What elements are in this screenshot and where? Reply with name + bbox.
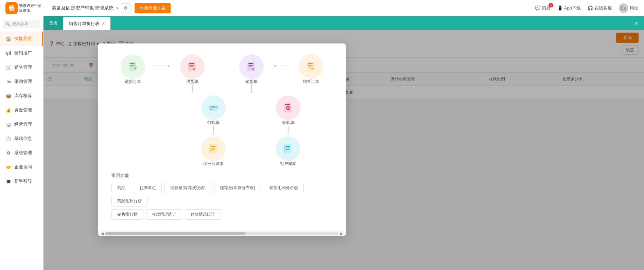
purchase-bill-label: 进货单 [186, 79, 198, 85]
flow-node-sales-order[interactable]: 销售订单 [289, 54, 332, 85]
guide-icon: 🎓 [5, 178, 12, 184]
svg-rect-27 [210, 144, 217, 154]
flow-node-supplier-ledger[interactable]: 供应商账本 [186, 137, 241, 167]
func-btn-product-profit[interactable]: 商品毛利分析 [111, 196, 147, 206]
sidebar-item-cooperation[interactable]: 🤝 企业协同 [0, 160, 43, 174]
sidebar-item-operation[interactable]: 📊 经营管理 [0, 117, 43, 131]
marketing-icon: 📢 [5, 50, 12, 56]
func-btn-partner[interactable]: 往来单位 [134, 183, 162, 193]
modal-overlay: 进货订单 进货单 [43, 30, 644, 270]
sidebar-item-label: 营销推广 [14, 50, 32, 56]
sidebar-item-purchase[interactable]: 🛍 采购管理 [0, 74, 43, 89]
operation-icon: 📊 [5, 121, 12, 127]
sidebar-search-area[interactable]: 🔍 搜索菜单 [0, 16, 43, 32]
sidebar-item-label: 经营管理 [14, 121, 32, 127]
flow-node-receipt[interactable]: ¥ 收款单 [261, 95, 315, 126]
func-btn-stock-status[interactable]: 现存量(库存状况表) [164, 183, 211, 193]
purchase-order-label: 进货订单 [125, 79, 141, 85]
sales-order-label: 销售订单 [303, 79, 319, 85]
sidebar-item-system[interactable]: ⚙ 系统管理 [0, 146, 43, 160]
tab-close-icon[interactable]: ✕ [102, 21, 105, 26]
flow-connectors-row [111, 85, 332, 94]
sidebar-item-basic-info[interactable]: 📋 基础信息 [0, 131, 43, 146]
online-service-button[interactable]: 🎧 在线客服 [588, 5, 612, 11]
arrow-down-sales [230, 85, 273, 94]
flow-row-2: ¥ 付款单 ¥ [111, 95, 332, 126]
tab-home[interactable]: 首页 [43, 16, 63, 30]
payment-label: 付款单 [207, 120, 220, 126]
svg-rect-32 [285, 144, 292, 154]
sales-bill-icon [239, 54, 264, 79]
logo-icon: 畅 [5, 2, 18, 14]
func-btn-stock-dist[interactable]: 现存量(库存分布表) [214, 183, 261, 193]
user-menu-button[interactable]: Ea 用友 [619, 3, 639, 13]
flow-node-customer-ledger[interactable]: 客户账本 [261, 137, 315, 167]
common-functions-section: 常用功能 商品 往来单位 现存量(库存状况表) 现存量(库存分布表) 销售毛利分… [111, 167, 332, 220]
svg-rect-31 [211, 149, 214, 150]
supplier-ledger-icon [201, 137, 226, 161]
sidebar-item-quick-nav[interactable]: 🏠 快捷导航 [0, 32, 43, 46]
experience-button[interactable]: 体验行业方案 [135, 3, 171, 13]
message-icon: 💬 [535, 5, 540, 11]
finance-icon: 💰 [5, 107, 12, 113]
close-content-icon[interactable]: ✕ [634, 20, 639, 26]
purchase-order-icon [121, 54, 145, 79]
svg-rect-17 [308, 67, 311, 67]
scroll-right-icon[interactable]: ▶ [339, 231, 345, 236]
flow-node-sales-bill[interactable]: 销货单 [230, 54, 273, 85]
system-dropdown-icon[interactable]: ▾ [116, 6, 118, 11]
sidebar-item-guide[interactable]: 🎓 新手引导 [0, 174, 43, 188]
sidebar-item-label: 销售管理 [14, 64, 32, 70]
search-icon: 🔍 [5, 22, 11, 26]
search-label: 搜索菜单 [12, 21, 28, 27]
sales-bill-label: 销货单 [245, 79, 258, 85]
scroll-thumb[interactable] [105, 232, 245, 235]
func-btn-sales-profit[interactable]: 销售毛利分析表 [264, 183, 304, 193]
message-badge: 5 [549, 3, 553, 7]
cooperation-icon: 🤝 [5, 164, 12, 170]
message-button[interactable]: 💬 消息 5 [535, 5, 551, 11]
func-buttons-row1: 商品 往来单位 现存量(库存状况表) 现存量(库存分布表) 销售毛利分析表 商品… [111, 183, 332, 206]
svg-rect-3 [130, 67, 133, 67]
svg-rect-34 [286, 146, 290, 147]
page-content: ❓ 帮助 🖨 按模板打印 ▾ ↗ 导出 🔄 [43, 30, 644, 270]
scroll-left-icon[interactable]: ◀ [99, 231, 105, 236]
system-icon: ⚙ [5, 150, 12, 156]
tab-sales-exec[interactable]: 销售订单执行表 ✕ [63, 17, 110, 31]
func-btn-payment-stats[interactable]: 付款情况统计 [185, 209, 221, 220]
flow-node-payment[interactable]: ¥ 付款单 [186, 95, 241, 126]
arrow-down-receipt [261, 126, 315, 135]
arrow-purchase-to-bill [155, 64, 171, 68]
sales-order-icon [299, 54, 323, 79]
quick-nav-icon: 🏠 [5, 36, 12, 42]
svg-point-13 [252, 68, 254, 70]
app-download-button[interactable]: 📱 App下载 [557, 5, 581, 11]
logo-text: 畅康通好生意标准版 [19, 3, 41, 13]
purchase-bill-icon [180, 54, 205, 79]
system-title: 装备及固定资产辅助管理系统 ▾ [52, 5, 118, 11]
arrow-sales-order-to-bill: ◀ [273, 64, 290, 68]
home-tab-label: 首页 [49, 20, 58, 26]
flow-node-purchase-bill[interactable]: 进货单 [171, 54, 214, 85]
sidebar-item-inventory[interactable]: 📦 库存核算 [0, 89, 43, 103]
func-btn-sales-ranking[interactable]: 销售排行榜 [111, 209, 143, 220]
supplier-ledger-label: 供应商账本 [203, 161, 224, 167]
modal-scrollbar[interactable]: ◀ ▶ [98, 231, 346, 236]
flow-diagram: 进货订单 进货单 [111, 54, 332, 167]
flow-node-purchase-order[interactable]: 进货订单 [111, 54, 155, 85]
settings-button[interactable]: ⚙ [121, 3, 130, 13]
func-btn-receipt-stats[interactable]: 收款情况统计 [146, 209, 182, 220]
svg-rect-5 [189, 63, 194, 64]
sidebar-item-finance[interactable]: 💰 资金管理 [0, 103, 43, 117]
svg-rect-29 [211, 146, 215, 147]
func-btn-product[interactable]: 商品 [111, 183, 131, 193]
flow-row-1: 进货订单 进货单 [111, 54, 332, 85]
arrow-down-purchase [171, 85, 214, 94]
scroll-track[interactable] [105, 232, 339, 235]
svg-rect-21 [210, 109, 213, 110]
sidebar-item-marketing[interactable]: 📢 营销推广 [0, 46, 43, 60]
receipt-icon: ¥ [276, 95, 300, 120]
flow-modal: 进货订单 进货单 [98, 43, 346, 236]
sidebar-item-sales[interactable]: 🛒 销售管理 [0, 60, 43, 74]
customer-ledger-label: 客户账本 [280, 161, 296, 167]
